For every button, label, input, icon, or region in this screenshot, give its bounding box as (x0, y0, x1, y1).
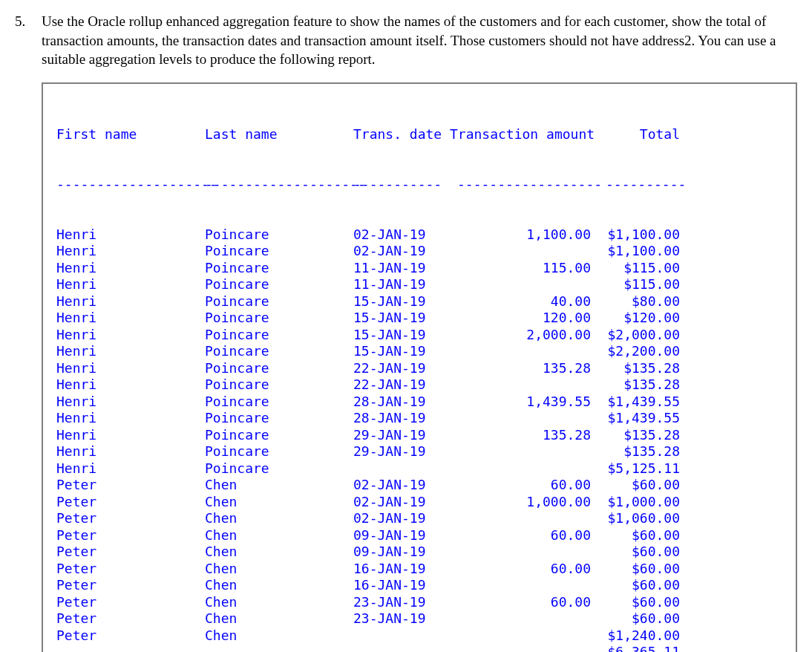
cell-first-name: Henri (56, 293, 205, 310)
divider-first: -------------------- (56, 176, 205, 193)
cell-trans-amount: 1,100.00 (450, 226, 591, 244)
cell-trans-amount (450, 276, 591, 293)
report-output: First name Last name Trans. date Transac… (42, 82, 797, 652)
report-rows: HenriPoincare02-JAN-191,100.00$1,100.00H… (56, 226, 782, 652)
header-last-name: Last name (205, 126, 353, 143)
cell-trans-amount: 115.00 (450, 260, 591, 277)
cell-trans-amount (450, 410, 591, 427)
table-row: HenriPoincare22-JAN-19$135.28 (56, 376, 782, 394)
cell-trans-date: 22-JAN-19 (353, 360, 450, 377)
table-row: HenriPoincare15-JAN-192,000.00$2,000.00 (56, 327, 782, 344)
cell-total: $60.00 (591, 527, 680, 544)
cell-trans-date: 02-JAN-19 (353, 226, 450, 244)
cell-trans-amount (450, 243, 591, 260)
cell-total: $1,100.00 (591, 243, 680, 260)
cell-first-name: Peter (56, 610, 205, 627)
cell-first-name: Peter (56, 527, 205, 544)
table-row: HenriPoincare$5,125.11 (56, 460, 782, 477)
cell-last-name: Poincare (205, 443, 353, 460)
cell-last-name: Poincare (205, 243, 353, 260)
report-header-row: First name Last name Trans. date Transac… (56, 126, 782, 143)
cell-total: $60.00 (591, 561, 680, 578)
cell-first-name: Henri (56, 310, 205, 327)
cell-trans-date: 02-JAN-19 (353, 510, 450, 527)
table-row: HenriPoincare28-JAN-19$1,439.55 (56, 410, 782, 427)
cell-trans-date (353, 644, 450, 652)
table-row: HenriPoincare28-JAN-191,439.55$1,439.55 (56, 394, 782, 411)
cell-trans-date (353, 627, 450, 645)
cell-trans-amount (450, 644, 591, 652)
cell-total: $6,365.11 (591, 644, 680, 652)
cell-trans-amount (450, 376, 591, 394)
cell-total: $120.00 (591, 310, 680, 327)
cell-first-name: Henri (56, 260, 205, 277)
divider-last: -------------------- (205, 176, 353, 193)
cell-first-name: Henri (56, 443, 205, 460)
cell-trans-date: 16-JAN-19 (353, 577, 450, 594)
cell-trans-amount: 60.00 (450, 527, 591, 544)
cell-trans-amount: 40.00 (450, 293, 591, 310)
cell-last-name: Chen (205, 494, 353, 511)
cell-total: $80.00 (591, 293, 680, 310)
cell-last-name: Poincare (205, 293, 353, 310)
question-block: 5. Use the Oracle rollup enhanced aggreg… (15, 12, 797, 69)
cell-trans-amount: 120.00 (450, 310, 591, 327)
cell-last-name: Chen (205, 527, 353, 544)
table-row: PeterChen16-JAN-1960.00$60.00 (56, 561, 782, 578)
cell-last-name: Chen (205, 594, 353, 611)
header-trans-date: Trans. date (353, 126, 450, 143)
table-row: HenriPoincare11-JAN-19$115.00 (56, 276, 782, 293)
cell-trans-date: 09-JAN-19 (353, 544, 450, 561)
cell-trans-date: 28-JAN-19 (353, 394, 450, 411)
cell-total: $135.28 (591, 360, 680, 377)
header-first-name: First name (56, 126, 205, 143)
table-row: HenriPoincare22-JAN-19135.28$135.28 (56, 360, 782, 377)
cell-last-name: Poincare (205, 276, 353, 293)
cell-total: $1,100.00 (591, 226, 680, 244)
cell-trans-amount: 2,000.00 (450, 327, 591, 344)
table-row: PeterChen23-JAN-1960.00$60.00 (56, 594, 782, 611)
cell-total: $135.28 (591, 376, 680, 394)
table-row: PeterChen$1,240.00 (56, 627, 782, 645)
cell-trans-date: 02-JAN-19 (353, 477, 450, 494)
cell-total: $1,439.55 (591, 410, 680, 427)
table-row: PeterChen09-JAN-19$60.00 (56, 544, 782, 561)
cell-trans-amount: 1,439.55 (450, 394, 591, 411)
cell-total: $1,240.00 (591, 627, 680, 645)
cell-last-name: Poincare (205, 394, 353, 411)
cell-first-name: Henri (56, 343, 205, 360)
cell-first-name: Peter (56, 477, 205, 494)
cell-first-name: Henri (56, 243, 205, 260)
table-row: HenriPoincare02-JAN-191,100.00$1,100.00 (56, 226, 782, 244)
cell-trans-amount (450, 460, 591, 477)
header-total: Total (591, 126, 680, 143)
cell-first-name: Henri (56, 360, 205, 377)
cell-trans-date: 02-JAN-19 (353, 243, 450, 260)
table-row: HenriPoincare15-JAN-1940.00$80.00 (56, 293, 782, 310)
cell-trans-amount: 60.00 (450, 477, 591, 494)
cell-first-name: Henri (56, 394, 205, 411)
cell-total: $60.00 (591, 610, 680, 627)
cell-last-name: Chen (205, 610, 353, 627)
cell-trans-date: 23-JAN-19 (353, 610, 450, 627)
table-row: HenriPoincare29-JAN-19135.28$135.28 (56, 427, 782, 444)
cell-last-name: Poincare (205, 343, 353, 360)
table-row: PeterChen02-JAN-1960.00$60.00 (56, 477, 782, 494)
cell-first-name: Henri (56, 226, 205, 244)
cell-total: $60.00 (591, 477, 680, 494)
cell-first-name: Peter (56, 594, 205, 611)
cell-trans-date: 22-JAN-19 (353, 376, 450, 394)
cell-first-name (56, 644, 205, 652)
cell-trans-amount: 135.28 (450, 427, 591, 444)
table-row: PeterChen09-JAN-1960.00$60.00 (56, 527, 782, 544)
cell-trans-amount (450, 610, 591, 627)
table-row: PeterChen23-JAN-19$60.00 (56, 610, 782, 627)
table-row: $6,365.11 (56, 644, 782, 652)
table-row: PeterChen02-JAN-19$1,060.00 (56, 510, 782, 527)
cell-trans-date: 11-JAN-19 (353, 260, 450, 277)
cell-trans-amount: 1,000.00 (450, 494, 591, 511)
cell-trans-date: 02-JAN-19 (353, 494, 450, 511)
table-row: HenriPoincare29-JAN-19$135.28 (56, 443, 782, 460)
cell-total: $5,125.11 (591, 460, 680, 477)
table-row: HenriPoincare11-JAN-19115.00$115.00 (56, 260, 782, 277)
